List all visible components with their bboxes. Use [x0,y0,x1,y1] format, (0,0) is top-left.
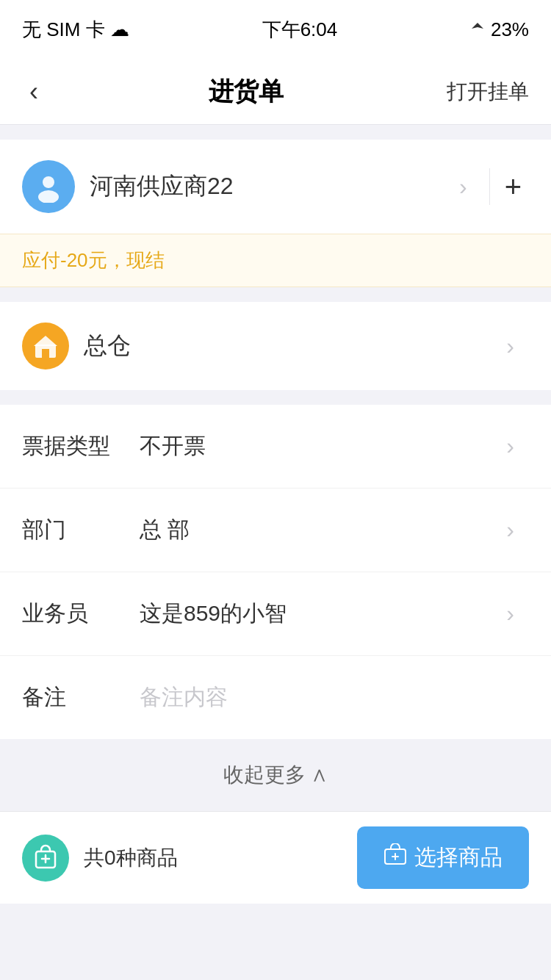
open-pending-button[interactable]: 打开挂单 [447,78,529,106]
remark-input[interactable]: 备注内容 [140,682,529,713]
department-label: 部门 [22,515,140,545]
warehouse-chevron-icon: › [506,333,514,360]
collapse-button[interactable]: 收起更多 ∧ [0,739,551,811]
bottom-bar: 共0种商品 选择商品 [0,811,551,904]
salesperson-label: 业务员 [22,599,140,629]
form-section: 票据类型 不开票 › 部门 总 部 › 业务员 这是859的小智 › 备注 备注… [0,405,551,739]
remark-label: 备注 [22,682,140,713]
select-product-icon [383,843,407,872]
page-title: 进货单 [209,75,284,109]
divider [489,168,490,205]
select-product-button[interactable]: 选择商品 [357,826,529,889]
supplier-row[interactable]: 河南供应商22 › + [0,140,551,234]
gap-2 [0,287,551,302]
add-supplier-button[interactable]: + [497,170,529,203]
remark-row[interactable]: 备注 备注内容 [0,656,551,739]
status-bar: 无 SIM 卡 ☁ 下午6:04 23% [0,0,551,59]
svg-marker-3 [34,336,57,346]
gap-3 [0,390,551,405]
product-count-icon [22,835,69,882]
invoice-type-value: 不开票 [140,431,506,461]
status-time: 下午6:04 [262,17,338,43]
battery-percent: 23% [491,18,529,41]
product-count-text: 共0种商品 [84,844,342,872]
department-value: 总 部 [140,515,506,545]
gap-1 [0,125,551,140]
svg-rect-4 [42,349,49,358]
status-left: 无 SIM 卡 ☁ [22,17,129,43]
salesperson-chevron-icon: › [506,600,514,627]
supplier-chevron-icon: › [459,173,467,201]
invoice-type-chevron-icon: › [506,433,514,460]
select-product-label: 选择商品 [414,843,503,873]
invoice-type-label: 票据类型 [22,431,140,461]
salesperson-row[interactable]: 业务员 这是859的小智 › [0,572,551,656]
warehouse-row[interactable]: 总仓 › [0,302,551,390]
main-background [0,904,551,980]
warehouse-name: 总仓 [84,330,506,362]
notice-bar: 应付-20元，现结 [0,234,551,287]
svg-point-1 [38,190,59,203]
supplier-name: 河南供应商22 [90,170,459,203]
supplier-avatar [22,160,75,213]
back-button[interactable]: ‹ [22,69,46,115]
invoice-type-row[interactable]: 票据类型 不开票 › [0,405,551,489]
svg-point-0 [43,176,54,188]
warehouse-section: 总仓 › [0,302,551,390]
status-right: 23% [470,18,529,41]
sim-status: 无 SIM 卡 ☁ [22,17,129,43]
nav-bar: ‹ 进货单 打开挂单 [0,59,551,125]
warehouse-icon [22,323,69,370]
supplier-section: 河南供应商22 › + 应付-20元，现结 [0,140,551,287]
department-chevron-icon: › [506,516,514,544]
salesperson-value: 这是859的小智 [140,599,506,629]
collapse-label: 收起更多 ∧ [223,761,328,789]
department-row[interactable]: 部门 总 部 › [0,489,551,572]
battery-icon [470,18,485,41]
